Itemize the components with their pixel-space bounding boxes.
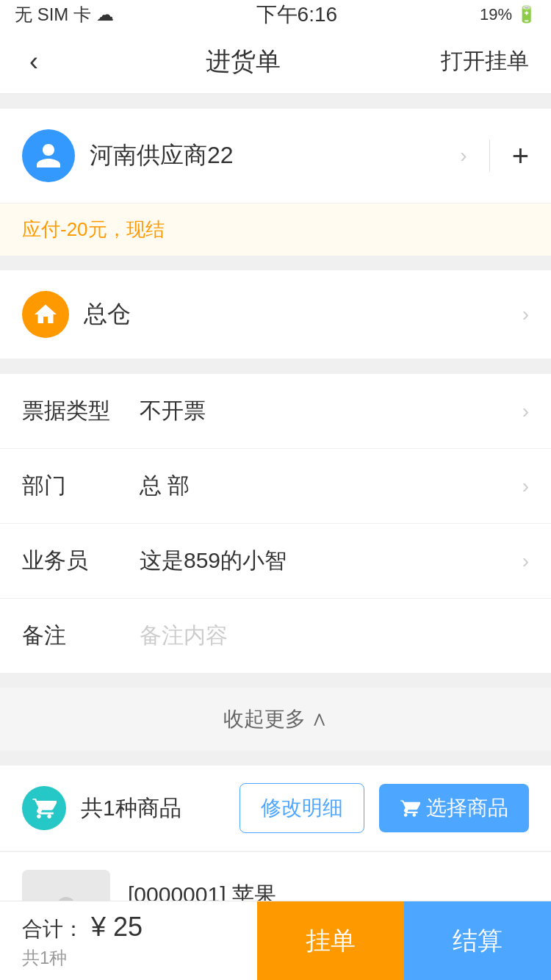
supplier-avatar xyxy=(22,129,75,182)
select-product-button[interactable]: 选择商品 xyxy=(379,784,529,832)
product-bag-icon xyxy=(22,786,66,830)
dept-label: 部门 xyxy=(22,471,125,501)
total-label: 合计： xyxy=(22,918,84,940)
sales-row[interactable]: 业务员 这是859的小智 › xyxy=(0,523,551,598)
home-icon xyxy=(32,301,59,328)
alert-banner: 应付-20元，现结 xyxy=(0,203,551,256)
dept-arrow-icon: › xyxy=(522,475,529,498)
warehouse-arrow-icon: › xyxy=(522,303,529,326)
user-icon xyxy=(34,141,63,170)
sales-arrow-icon: › xyxy=(522,550,529,573)
invoice-row[interactable]: 票据类型 不开票 › xyxy=(0,373,551,448)
total-value: ¥ 25 xyxy=(91,912,143,942)
warehouse-row[interactable]: 总仓 › xyxy=(0,270,551,359)
supplier-arrow-icon: › xyxy=(460,144,467,167)
settle-button[interactable]: 结算 xyxy=(404,901,551,980)
add-supplier-button[interactable]: + xyxy=(512,140,529,173)
remark-row[interactable]: 备注 备注内容 xyxy=(0,598,551,673)
cart-icon xyxy=(400,798,420,818)
battery-level: 19% xyxy=(480,5,512,24)
bottom-bar: 合计： ¥ 25 共1种 挂单 结算 xyxy=(0,901,551,980)
gap-4 xyxy=(0,673,551,688)
status-time: 下午6:16 xyxy=(256,1,338,29)
status-left: 无 SIM 卡 ☁ xyxy=(15,3,114,26)
remark-placeholder[interactable]: 备注内容 xyxy=(125,621,529,651)
product-count: 共1种商品 xyxy=(81,793,225,824)
invoice-value: 不开票 xyxy=(125,396,522,426)
gap-5 xyxy=(0,751,551,765)
nav-bar: ‹ 进货单 打开挂单 xyxy=(0,29,551,94)
dept-row[interactable]: 部门 总 部 › xyxy=(0,448,551,523)
status-right: 19% 🔋 xyxy=(480,5,536,24)
invoice-arrow-icon: › xyxy=(522,400,529,423)
warehouse-name: 总仓 xyxy=(84,298,522,331)
total-count: 共1种 xyxy=(22,946,235,970)
warehouse-icon xyxy=(22,291,69,338)
edit-detail-button[interactable]: 修改明细 xyxy=(240,783,364,833)
alert-text: 应付-20元，现结 xyxy=(22,218,165,240)
divider xyxy=(489,140,490,172)
dept-value: 总 部 xyxy=(125,471,522,501)
total-amount: 合计： ¥ 25 xyxy=(22,912,235,943)
invoice-label: 票据类型 xyxy=(22,396,125,426)
back-button[interactable]: ‹ xyxy=(22,39,46,84)
gap-3 xyxy=(0,359,551,373)
hang-button[interactable]: 挂单 xyxy=(257,901,404,980)
supplier-row[interactable]: 河南供应商22 › + xyxy=(0,109,551,203)
gap-1 xyxy=(0,94,551,109)
sales-label: 业务员 xyxy=(22,546,125,576)
select-product-label: 选择商品 xyxy=(426,794,508,822)
battery-icon: 🔋 xyxy=(516,5,536,24)
sim-status: 无 SIM 卡 ☁ xyxy=(15,3,114,26)
remark-label: 备注 xyxy=(22,621,125,651)
gap-2 xyxy=(0,256,551,270)
bag-icon xyxy=(32,796,57,821)
page-title: 进货单 xyxy=(206,45,281,79)
collapse-button[interactable]: 收起更多 ∧ xyxy=(0,688,551,751)
supplier-name: 河南供应商22 xyxy=(90,140,460,172)
status-bar: 无 SIM 卡 ☁ 下午6:16 19% 🔋 xyxy=(0,0,551,29)
sales-value: 这是859的小智 xyxy=(125,546,522,576)
total-section: 合计： ¥ 25 共1种 xyxy=(0,901,257,980)
open-hang-button[interactable]: 打开挂单 xyxy=(441,46,529,76)
product-header: 共1种商品 修改明细 选择商品 xyxy=(0,765,551,851)
